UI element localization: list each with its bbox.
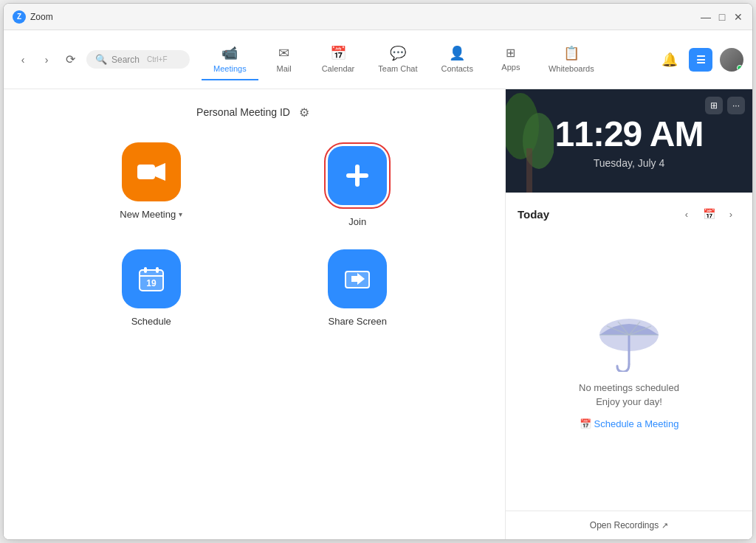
- empty-schedule-text: No meetings scheduled Enjoy your day!: [579, 381, 679, 409]
- umbrella-illustration: [592, 305, 666, 372]
- nav-tabs: 📹 Meetings ✉ Mail 📅 Calendar 💬 Team Chat…: [202, 39, 655, 80]
- today-prev-button[interactable]: ‹: [677, 204, 696, 224]
- left-panel: Personal Meeting ID ⚙ New Meeting ▾: [4, 89, 505, 539]
- tab-mail[interactable]: ✉ Mail: [258, 39, 310, 80]
- personal-meeting-label: Personal Meeting ID: [196, 106, 290, 118]
- join-button[interactable]: [328, 146, 387, 205]
- close-button[interactable]: ✕: [733, 12, 743, 22]
- calendar-action-icon: 19: [138, 266, 165, 292]
- right-panel: ⊞ ··· 11:29 AM Tuesday, July 4 Today ‹ 📅…: [505, 89, 752, 539]
- external-link-icon: ↗: [662, 521, 668, 530]
- meetings-icon: 📹: [221, 45, 238, 61]
- share-screen-item: Share Screen: [328, 249, 387, 327]
- today-nav: ‹ 📅 ›: [677, 204, 740, 224]
- whiteboards-icon: 📋: [563, 45, 580, 61]
- clock-icons-row: ⊞ ···: [705, 97, 745, 114]
- personal-meeting-settings-button[interactable]: ⚙: [296, 104, 312, 120]
- app-logo: Z Zoom: [13, 10, 53, 24]
- title-bar: Z Zoom — □ ✕: [4, 4, 752, 30]
- tab-mail-label: Mail: [277, 64, 292, 73]
- history-button[interactable]: ⟳: [60, 49, 80, 70]
- plus-icon: [345, 163, 370, 188]
- join-label: Join: [348, 216, 366, 227]
- tab-apps-label: Apps: [501, 63, 520, 72]
- svg-rect-0: [137, 165, 155, 179]
- calendar-icon: 📅: [330, 45, 346, 61]
- clock-widget: ⊞ ··· 11:29 AM Tuesday, July 4: [506, 89, 752, 193]
- tab-team-chat[interactable]: 💬 Team Chat: [366, 39, 429, 80]
- new-meeting-item: New Meeting ▾: [120, 142, 182, 227]
- clock-widget-icon1[interactable]: ⊞: [705, 97, 723, 114]
- toolbar: ‹ › ⟳ 🔍 Search Ctrl+F 📹 Meetings ✉ Mail …: [4, 30, 752, 89]
- empty-message-line2: Enjoy your day!: [579, 395, 679, 409]
- svg-marker-1: [155, 163, 165, 181]
- today-section: Today ‹ 📅 ›: [506, 193, 752, 224]
- settings-tile[interactable]: ☰: [689, 48, 712, 72]
- open-recordings-bar: Open Recordings ↗: [506, 511, 752, 539]
- svg-rect-6: [156, 267, 159, 273]
- apps-icon: ⊞: [506, 46, 515, 60]
- main-content: Personal Meeting ID ⚙ New Meeting ▾: [4, 89, 752, 539]
- schedule-item: 19 Schedule: [122, 249, 181, 327]
- search-shortcut: Ctrl+F: [147, 55, 168, 63]
- open-recordings-text: Open Recordings: [590, 520, 659, 530]
- search-icon: 🔍: [95, 54, 107, 65]
- new-meeting-label-row: New Meeting ▾: [120, 209, 182, 220]
- online-status-dot: [737, 65, 743, 71]
- back-button[interactable]: ‹: [13, 49, 33, 70]
- share-screen-button[interactable]: [328, 249, 387, 308]
- toolbar-right: 🔔 ☰: [658, 48, 743, 72]
- dropdown-arrow-icon: ▾: [179, 210, 182, 218]
- schedule-meeting-link[interactable]: 📅 Schedule a Meeting: [580, 418, 679, 429]
- tab-contacts[interactable]: 👤 Contacts: [429, 39, 484, 80]
- share-screen-label: Share Screen: [329, 316, 388, 327]
- svg-rect-7: [140, 275, 163, 277]
- new-meeting-label: New Meeting: [120, 209, 176, 220]
- svg-rect-3: [346, 173, 368, 178]
- schedule-button[interactable]: 19: [122, 249, 181, 308]
- plant-decoration: [506, 89, 554, 193]
- svg-rect-5: [144, 267, 147, 273]
- tab-whiteboards[interactable]: 📋 Whiteboards: [537, 39, 606, 80]
- open-recordings-link[interactable]: Open Recordings ↗: [590, 520, 668, 530]
- share-screen-icon: [344, 266, 371, 292]
- minimize-button[interactable]: —: [701, 12, 711, 22]
- camera-icon: [137, 162, 165, 182]
- app-title: Zoom: [30, 12, 53, 22]
- join-item: Join: [324, 142, 391, 227]
- tab-meetings[interactable]: 📹 Meetings: [202, 39, 258, 80]
- schedule-meeting-link-text: Schedule a Meeting: [594, 418, 679, 429]
- schedule-label: Schedule: [131, 316, 171, 327]
- tab-calendar-label: Calendar: [322, 64, 355, 73]
- tab-whiteboards-label: Whiteboards: [549, 64, 594, 73]
- search-box[interactable]: 🔍 Search Ctrl+F: [86, 50, 190, 69]
- today-calendar-button[interactable]: 📅: [699, 204, 718, 224]
- new-meeting-button[interactable]: [122, 142, 181, 201]
- maximize-button[interactable]: □: [717, 12, 727, 22]
- today-next-button[interactable]: ›: [721, 204, 740, 224]
- notifications-button[interactable]: 🔔: [658, 48, 681, 72]
- tab-apps[interactable]: ⊞ Apps: [485, 40, 537, 79]
- tab-meetings-label: Meetings: [213, 64, 247, 73]
- tab-calendar[interactable]: 📅 Calendar: [310, 39, 367, 80]
- personal-meeting-bar: Personal Meeting ID ⚙: [4, 104, 505, 120]
- zoom-icon: Z: [13, 10, 26, 24]
- settings-icon: ☰: [696, 54, 706, 66]
- svg-rect-13: [526, 148, 532, 193]
- forward-button[interactable]: ›: [36, 49, 57, 70]
- zoom-window: Z Zoom — □ ✕ ‹ › ⟳ 🔍 Search Ctrl+F 📹 Mee…: [3, 3, 753, 540]
- empty-message-line1: No meetings scheduled: [579, 381, 679, 395]
- window-controls: — □ ✕: [701, 12, 743, 22]
- clock-time: 11:29 AM: [555, 114, 704, 154]
- team-chat-icon: 💬: [390, 45, 406, 61]
- clock-widget-more-button[interactable]: ···: [727, 97, 745, 114]
- calendar-link-icon: 📅: [580, 418, 591, 429]
- tab-team-chat-label: Team Chat: [378, 64, 417, 73]
- avatar[interactable]: [720, 48, 743, 72]
- empty-schedule: No meetings scheduled Enjoy your day! 📅 …: [506, 224, 752, 511]
- today-label: Today: [518, 208, 549, 221]
- tab-contacts-label: Contacts: [441, 64, 472, 73]
- search-placeholder: Search: [111, 55, 140, 65]
- mail-icon: ✉: [278, 45, 289, 61]
- svg-text:19: 19: [146, 278, 157, 288]
